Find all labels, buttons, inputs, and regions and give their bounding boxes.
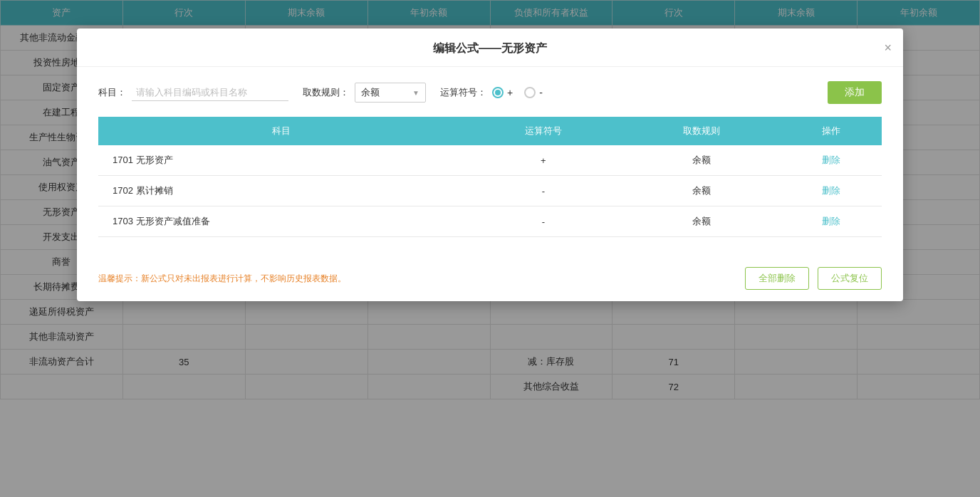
- modal-dialog: 编辑公式——无形资产 × 科目： 取数规则： 余额 ▼: [77, 28, 903, 301]
- operator-radio-group: + -: [492, 87, 543, 98]
- subject-label: 科目：: [98, 86, 126, 99]
- rule-select-value: 余额: [361, 86, 408, 99]
- formula-rule-cell: 余额: [622, 145, 781, 176]
- formula-table: 科目 运算符号 取数规则 操作 1701 无形资产 + 余额 删除 1702 累…: [98, 117, 882, 237]
- formula-subject-cell: 1701 无形资产: [98, 145, 464, 176]
- formula-action-cell: 删除: [781, 145, 882, 176]
- table-col-action: 操作: [781, 117, 882, 145]
- table-col-operator: 运算符号: [464, 117, 622, 145]
- rule-label: 取数规则：: [303, 86, 349, 99]
- rule-select[interactable]: 余额 ▼: [355, 83, 426, 103]
- footer-tip: 温馨提示：新公式只对未出报表进行计算，不影响历史报表数据。: [98, 273, 346, 285]
- operator-plus-label: +: [507, 87, 513, 98]
- operator-plus-radio[interactable]: +: [492, 87, 513, 98]
- formula-subject-cell: 1702 累计摊销: [98, 176, 464, 206]
- formula-rule-cell: 余额: [622, 206, 781, 237]
- rule-group: 取数规则： 余额 ▼: [303, 83, 426, 103]
- modal-header: 编辑公式——无形资产 ×: [77, 28, 903, 67]
- formula-row: 1702 累计摊销 - 余额 删除: [98, 176, 882, 206]
- formula-rule-cell: 余额: [622, 176, 781, 206]
- formula-row: 1701 无形资产 + 余额 删除: [98, 145, 882, 176]
- modal-title: 编辑公式——无形资产: [433, 42, 547, 54]
- radio-circle-plus: [492, 87, 504, 98]
- operator-label: 运算符号：: [440, 86, 486, 99]
- formula-operator-cell: +: [464, 145, 622, 176]
- radio-circle-minus: [524, 87, 536, 98]
- delete-row-button[interactable]: 删除: [822, 185, 840, 196]
- operator-minus-radio[interactable]: -: [524, 87, 543, 98]
- modal-footer: 温馨提示：新公式只对未出报表进行计算，不影响历史报表数据。 全部删除 公式复位: [77, 260, 903, 301]
- formula-action-cell: 删除: [781, 176, 882, 206]
- form-row: 科目： 取数规则： 余额 ▼ 运算符号：: [98, 81, 882, 104]
- delete-all-button[interactable]: 全部删除: [745, 267, 809, 290]
- subject-group: 科目：: [98, 84, 288, 101]
- modal-overlay: 编辑公式——无形资产 × 科目： 取数规则： 余额 ▼: [0, 0, 980, 497]
- modal-body: 科目： 取数规则： 余额 ▼ 运算符号：: [77, 67, 903, 260]
- formula-subject-cell: 1703 无形资产减值准备: [98, 206, 464, 237]
- operator-group: 运算符号： + -: [440, 86, 543, 99]
- formula-operator-cell: -: [464, 176, 622, 206]
- reset-formula-button[interactable]: 公式复位: [818, 267, 882, 290]
- table-col-subject: 科目: [98, 117, 464, 145]
- formula-row: 1703 无形资产减值准备 - 余额 删除: [98, 206, 882, 237]
- formula-action-cell: 删除: [781, 206, 882, 237]
- delete-row-button[interactable]: 删除: [822, 155, 840, 165]
- footer-buttons: 全部删除 公式复位: [745, 267, 882, 290]
- chevron-down-icon: ▼: [412, 89, 419, 97]
- subject-input[interactable]: [132, 84, 288, 101]
- table-col-rule: 取数规则: [622, 117, 781, 145]
- formula-operator-cell: -: [464, 206, 622, 237]
- add-button[interactable]: 添加: [828, 81, 882, 104]
- operator-minus-label: -: [539, 87, 543, 98]
- delete-row-button[interactable]: 删除: [822, 216, 840, 226]
- modal-close-button[interactable]: ×: [884, 41, 892, 54]
